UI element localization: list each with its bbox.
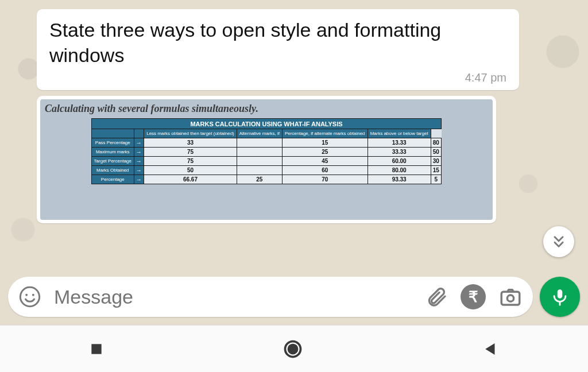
svg-point-0 (20, 287, 39, 306)
spreadsheet-header: Alternative marks, if (237, 129, 283, 138)
spreadsheet-header: Less marks obtained then target (obtaine… (144, 129, 237, 138)
paperclip-icon (425, 285, 448, 308)
attach-button[interactable] (425, 285, 448, 308)
spreadsheet-cell: 15 (282, 138, 368, 148)
message-timestamp: 4:47 pm (49, 71, 506, 84)
android-nav-bar (0, 325, 588, 372)
spreadsheet-cell: 60 (282, 166, 368, 175)
spreadsheet-cell: 15 (431, 166, 441, 175)
spreadsheet-cell: 45 (282, 157, 368, 166)
spreadsheet-cell: 50 (144, 166, 237, 175)
spreadsheet-arrow: → (134, 138, 144, 148)
spreadsheet-row-label: Marks Obtained (92, 166, 134, 175)
scroll-to-bottom-button[interactable] (543, 226, 574, 257)
spreadsheet-header: Percentage, if alternate marks obtained (282, 129, 368, 138)
spreadsheet-cell: 66.67 (144, 175, 237, 184)
nav-back-button[interactable] (482, 340, 499, 358)
incoming-message-bubble[interactable]: State three ways to open style and forma… (37, 9, 519, 90)
spreadsheet-header (134, 129, 144, 138)
spreadsheet-cell: 25 (237, 175, 283, 184)
spreadsheet-arrow: → (134, 157, 144, 166)
spreadsheet-arrow: → (134, 175, 144, 184)
spreadsheet-cell: 33.33 (368, 148, 431, 157)
image-preview: Calculating with several formulas simult… (40, 99, 493, 220)
spreadsheet-cell: 33 (144, 138, 237, 148)
voice-record-button[interactable] (540, 277, 580, 317)
spreadsheet-cell: 50 (431, 148, 441, 157)
microphone-icon (550, 287, 570, 307)
spreadsheet-cell: 75 (144, 148, 237, 157)
spreadsheet-cell: 25 (282, 148, 368, 157)
rupee-icon: ₹ (461, 284, 486, 309)
spreadsheet-cell: 80 (431, 138, 441, 148)
spreadsheet-cell: 60.00 (368, 157, 431, 166)
emoji-icon (18, 285, 41, 308)
svg-rect-3 (501, 292, 520, 305)
spreadsheet-cell: 5 (431, 175, 441, 184)
svg-point-8 (288, 344, 297, 353)
spreadsheet-title: MARKS CALCULATION USING WHAT-IF ANALYSIS (92, 119, 442, 129)
message-input-row: ₹ (8, 277, 580, 317)
payment-button[interactable]: ₹ (461, 284, 486, 309)
circle-icon (283, 339, 303, 359)
spreadsheet-cell (237, 138, 283, 148)
spreadsheet-cell (237, 166, 283, 175)
camera-icon (498, 285, 523, 309)
incoming-image-bubble[interactable]: Calculating with several formulas simult… (37, 96, 496, 223)
spreadsheet-header: Marks above or below target (368, 129, 431, 138)
spreadsheet-cell (237, 148, 283, 157)
spreadsheet-cell: 80.00 (368, 166, 431, 175)
square-icon (89, 342, 104, 356)
image-caption-text: Calculating with several formulas simult… (45, 103, 490, 115)
triangle-left-icon (482, 340, 499, 358)
spreadsheet-cell (237, 157, 283, 166)
message-input-pill: ₹ (8, 277, 533, 317)
camera-button[interactable] (498, 285, 523, 309)
svg-rect-6 (92, 344, 102, 354)
spreadsheet-arrow: → (134, 148, 144, 157)
spreadsheet-cell: 75 (144, 157, 237, 166)
nav-home-button[interactable] (283, 339, 303, 359)
spreadsheet-row-label: Target Percentage (92, 157, 134, 166)
message-input[interactable] (54, 286, 412, 308)
spreadsheet-header (92, 129, 134, 138)
svg-point-2 (32, 294, 34, 296)
spreadsheet-arrow: → (134, 166, 144, 175)
spreadsheet-row-label: Percentage (92, 175, 134, 184)
nav-recent-button[interactable] (89, 342, 104, 356)
spreadsheet-cell: 13.33 (368, 138, 431, 148)
chat-scroll-region[interactable]: State three ways to open style and forma… (0, 0, 588, 274)
emoji-button[interactable] (18, 285, 41, 308)
svg-point-4 (507, 295, 513, 301)
spreadsheet-cell: 30 (431, 157, 441, 166)
spreadsheet-table: MARKS CALCULATION USING WHAT-IF ANALYSIS… (91, 118, 442, 184)
spreadsheet-row-label: Pass Percentage (92, 138, 134, 148)
message-text: State three ways to open style and forma… (49, 17, 506, 68)
spreadsheet-row-label: Maximum marks (92, 148, 134, 157)
svg-point-1 (25, 294, 28, 296)
spreadsheet-cell: 70 (282, 175, 368, 184)
svg-marker-9 (485, 343, 494, 355)
spreadsheet-cell: 93.33 (368, 175, 431, 184)
double-chevron-down-icon (551, 234, 567, 250)
